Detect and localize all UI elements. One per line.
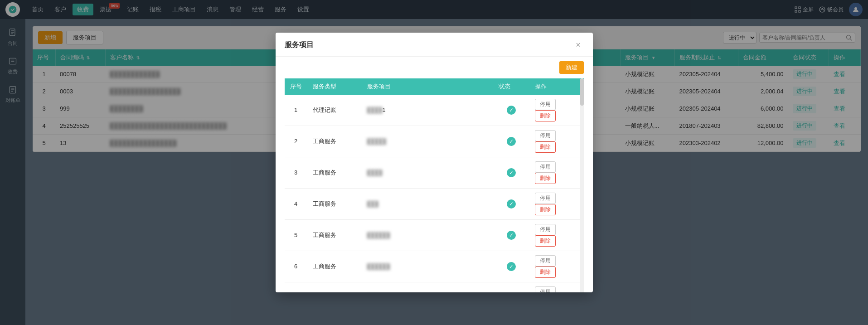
delete-button[interactable]: 删除 (535, 204, 556, 215)
modal-col-status: 状态 (493, 78, 529, 95)
stop-button[interactable]: 停用 (535, 193, 556, 204)
list-item: 6 工商服务 ██████ ✓ 停用 删除 (285, 251, 584, 282)
item-status: ✓ (493, 188, 529, 219)
service-items-table: 序号 服务类型 服务项目 状态 操作 1 代理记账 (285, 78, 584, 293)
main-layout: 合同 收费 对账单 新增 服务项目 进行中 (0, 19, 868, 325)
modal-title: 服务项目 (285, 40, 314, 50)
modal-new-button[interactable]: 新建 (559, 61, 584, 74)
list-item: 2 工商服务 █████ ✓ 停用 删除 (285, 126, 584, 157)
item-index: 7 (285, 282, 307, 292)
delete-button[interactable]: 删除 (535, 110, 556, 121)
modal-col-item: 服务项目 (362, 78, 493, 95)
list-item: 3 工商服务 ████ ✓ 停用 删除 (285, 157, 584, 188)
stop-button[interactable]: 停用 (535, 161, 556, 173)
modal-overlay[interactable]: 服务项目 × 新建 序号 服务类型 服务项目 (25, 19, 868, 325)
stop-button[interactable]: 停用 (535, 224, 556, 235)
item-index: 2 (285, 126, 307, 157)
item-service-type: 工商服务 (307, 188, 362, 219)
stop-button[interactable]: 停用 (535, 286, 556, 293)
item-status: ✓ (493, 157, 529, 188)
item-service-type: 工商服务 (307, 251, 362, 282)
item-service-type: 代理记账 (307, 95, 362, 126)
modal-col-index: 序号 (285, 78, 307, 95)
item-service-item: ██████ (362, 219, 493, 251)
item-index: 5 (285, 219, 307, 251)
item-status: ✓ (493, 219, 529, 251)
delete-button[interactable]: 删除 (535, 267, 556, 278)
item-status: ✓ (493, 126, 529, 157)
item-status: ✓ (493, 95, 529, 126)
item-index: 6 (285, 251, 307, 282)
delete-button[interactable]: 删除 (535, 173, 556, 184)
delete-button[interactable]: 删除 (535, 141, 556, 153)
list-item: 5 工商服务 ██████ ✓ 停用 删除 (285, 219, 584, 251)
item-index: 4 (285, 188, 307, 219)
item-actions: 停用 删除 (529, 126, 584, 157)
item-service-type: 工商服务 (307, 282, 362, 292)
item-service-item: ████1 (362, 95, 493, 126)
modal-col-action: 操作 (529, 78, 584, 95)
item-status: ✓ (493, 251, 529, 282)
item-service-type: 工商服务 (307, 219, 362, 251)
item-actions: 停用 删除 (529, 95, 584, 126)
modal-table-header: 序号 服务类型 服务项目 状态 操作 (285, 78, 584, 95)
modal-toolbar: 新建 (276, 57, 593, 78)
stop-button[interactable]: 停用 (535, 255, 556, 267)
modal-body: 序号 服务类型 服务项目 状态 操作 1 代理记账 (276, 78, 593, 293)
item-service-type: 工商服务 (307, 157, 362, 188)
item-actions: 停用 删除 (529, 282, 584, 292)
stop-button[interactable]: 停用 (535, 99, 556, 110)
list-item: 1 代理记账 ████1 ✓ 停用 删除 (285, 95, 584, 126)
item-index: 3 (285, 157, 307, 188)
item-status: ✓ (493, 282, 529, 292)
item-actions: 停用 删除 (529, 219, 584, 251)
delete-button[interactable]: 删除 (535, 235, 556, 247)
item-service-item: ███ (362, 282, 493, 292)
modal-col-type: 服务类型 (307, 78, 362, 95)
list-item: 4 工商服务 ███ ✓ 停用 删除 (285, 188, 584, 219)
list-item: 7 工商服务 ███ ✓ 停用 删除 (285, 282, 584, 292)
scrollbar-thumb[interactable] (580, 78, 584, 106)
item-actions: 停用 删除 (529, 157, 584, 188)
item-service-item: ██████ (362, 251, 493, 282)
item-actions: 停用 删除 (529, 251, 584, 282)
item-index: 1 (285, 95, 307, 126)
item-service-item: ████ (362, 157, 493, 188)
item-service-item: ███ (362, 188, 493, 219)
item-actions: 停用 删除 (529, 188, 584, 219)
item-service-item: █████ (362, 126, 493, 157)
modal-header: 服务项目 × (276, 33, 593, 57)
modal-table-body: 1 代理记账 ████1 ✓ 停用 删除 (285, 95, 584, 293)
stop-button[interactable]: 停用 (535, 130, 556, 141)
main-content: 新增 服务项目 进行中 序号 (25, 19, 868, 325)
item-service-type: 工商服务 (307, 126, 362, 157)
service-items-modal: 服务项目 × 新建 序号 服务类型 服务项目 (276, 33, 593, 293)
scrollbar-track (580, 78, 584, 293)
modal-close-button[interactable]: × (573, 40, 584, 51)
